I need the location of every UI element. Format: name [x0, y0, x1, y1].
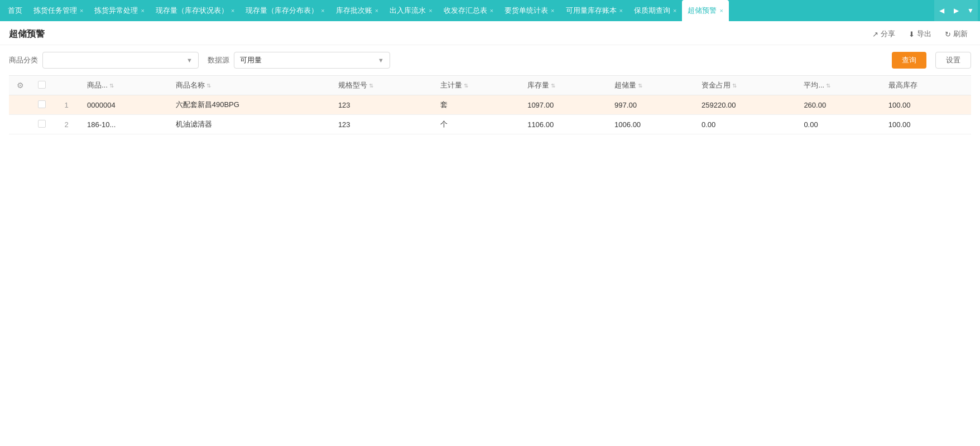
nav-close-overstock-warning[interactable]: × [719, 7, 723, 14]
nav-close-inventory-status[interactable]: × [231, 7, 234, 14]
row-unit-1: 个 [434, 115, 521, 134]
row-capital-0: 259220.00 [695, 95, 797, 115]
row-product-code-1: 186-10... [80, 115, 169, 134]
row-num-1: 2 [52, 115, 80, 134]
category-dropdown-arrow: ▼ [186, 57, 193, 64]
category-label: 商品分类 [9, 55, 38, 65]
nav-left-arrow[interactable]: ◀ [934, 0, 949, 21]
nav-item-inventory-dist[interactable]: 现存量（库存分布表）× [240, 0, 330, 21]
nav-close-exception-process[interactable]: × [141, 7, 144, 14]
nav-close-task-mgmt[interactable]: × [80, 7, 83, 14]
datasource-value: 可用量 [240, 55, 262, 65]
nav-close-batch-account[interactable]: × [375, 7, 378, 14]
nav-item-overstock-warning[interactable]: 超储预警× [682, 0, 728, 21]
col-header-avg[interactable]: 平均...⇅ [797, 76, 881, 95]
nav-item-batch-account[interactable]: 库存批次账× [330, 0, 384, 21]
category-filter-group: 商品分类 ▼ [9, 52, 199, 69]
row-spec-0: 123 [332, 95, 434, 115]
nav-item-available-stock[interactable]: 可用量库存账本× [560, 0, 628, 21]
row-overstock-0: 997.00 [608, 95, 695, 115]
row-max-stock-0: 100.00 [882, 95, 971, 115]
col-header-settings[interactable]: ⚙ [9, 76, 31, 95]
export-button[interactable]: ⬇ 导出 [905, 28, 935, 40]
row-checkbox-0[interactable] [38, 100, 46, 108]
share-button[interactable]: ↗ 分享 [869, 28, 899, 40]
sort-icon-unit: ⇅ [464, 83, 468, 89]
col-header-check[interactable] [31, 76, 52, 95]
refresh-icon: ↻ [945, 30, 951, 38]
header-actions: ↗ 分享 ⬇ 导出 ↻ 刷新 [869, 28, 971, 40]
row-avg-1: 0.00 [797, 115, 881, 134]
nav-close-quality-check[interactable]: × [673, 7, 676, 14]
nav-item-inout-flow[interactable]: 出入库流水× [384, 0, 438, 21]
sort-icon-overstock: ⇅ [638, 83, 642, 89]
refresh-button[interactable]: ↻ 刷新 [941, 28, 971, 40]
row-spec-1: 123 [332, 115, 434, 134]
row-product-name-0: 六配套新昌490BPG [169, 95, 332, 115]
table-header-row: ⚙ 商品...⇅ 商品名称⇅ 规格型号⇅ [9, 76, 971, 95]
nav-item-task-mgmt[interactable]: 拣货任务管理× [28, 0, 89, 21]
col-header-unit[interactable]: 主计量⇅ [434, 76, 521, 95]
nav-close-inout-flow[interactable]: × [429, 7, 432, 14]
col-header-spec[interactable]: 规格型号⇅ [332, 76, 434, 95]
nav-more-arrow[interactable]: ▼ [963, 0, 978, 21]
share-icon: ↗ [872, 30, 878, 38]
main-content: 超储预警 ↗ 分享 ⬇ 导出 ↻ 刷新 商品分类 ▼ 数据源 [0, 21, 980, 446]
datasource-filter-group: 数据源 可用量 ▼ [208, 52, 390, 69]
page-title: 超储预警 [9, 28, 45, 40]
settings-button[interactable]: 设置 [935, 52, 971, 69]
filter-bar: 商品分类 ▼ 数据源 可用量 ▼ 查询 设置 [0, 45, 980, 75]
col-header-product-code[interactable]: 商品...⇅ [80, 76, 169, 95]
col-header-num [52, 76, 80, 95]
nav-item-collect-summary[interactable]: 收发存汇总表× [438, 0, 499, 21]
sort-icon-avg: ⇅ [826, 83, 830, 89]
nav-item-quality-check[interactable]: 保质期查询× [628, 0, 682, 21]
row-num-0: 1 [52, 95, 80, 115]
datasource-dropdown-arrow: ▼ [378, 57, 384, 64]
row-avg-0: 260.00 [797, 95, 881, 115]
col-header-capital[interactable]: 资金占用⇅ [695, 76, 797, 95]
nav-close-collect-summary[interactable]: × [490, 7, 493, 14]
sort-icon-code: ⇅ [109, 83, 114, 89]
datasource-select[interactable]: 可用量 ▼ [234, 52, 390, 69]
sort-icon-name: ⇅ [206, 83, 211, 89]
sort-icon-stock: ⇅ [551, 83, 555, 89]
nav-close-available-stock[interactable]: × [619, 7, 623, 14]
row-unit-0: 套 [434, 95, 521, 115]
col-header-stock[interactable]: 库存量⇅ [521, 76, 608, 95]
row-settings-0 [9, 95, 31, 115]
row-max-stock-1: 100.00 [882, 115, 971, 134]
sort-icon-spec: ⇅ [369, 83, 373, 89]
row-stock-1: 1106.00 [521, 115, 608, 134]
row-checkbox-1[interactable] [38, 120, 46, 128]
category-select[interactable]: ▼ [42, 52, 199, 69]
row-check-1[interactable] [31, 115, 52, 134]
row-product-code-0: 0000004 [80, 95, 169, 115]
nav-bar: 首页拣货任务管理×拣货异常处理×现存量（库存状况表）×现存量（库存分布表）×库存… [0, 0, 980, 21]
datasource-label: 数据源 [208, 55, 229, 65]
export-icon: ⬇ [909, 30, 915, 38]
data-table: ⚙ 商品...⇅ 商品名称⇅ 规格型号⇅ [9, 75, 971, 134]
col-header-max-stock: 最高库存 [882, 76, 971, 95]
settings-gear-icon[interactable]: ⚙ [17, 81, 24, 90]
query-button[interactable]: 查询 [892, 52, 926, 69]
row-check-0[interactable] [31, 95, 52, 115]
row-capital-1: 0.00 [695, 115, 797, 134]
nav-item-order-stats[interactable]: 要货单统计表× [499, 0, 560, 21]
row-settings-1 [9, 115, 31, 134]
nav-right-arrow[interactable]: ▶ [949, 0, 963, 21]
nav-item-exception-process[interactable]: 拣货异常处理× [89, 0, 150, 21]
nav-close-inventory-dist[interactable]: × [321, 7, 324, 14]
nav-item-home[interactable]: 首页 [2, 0, 28, 21]
nav-item-inventory-status[interactable]: 现存量（库存状况表）× [150, 0, 240, 21]
page-header: 超储预警 ↗ 分享 ⬇ 导出 ↻ 刷新 [0, 21, 980, 45]
nav-close-order-stats[interactable]: × [551, 7, 554, 14]
row-stock-0: 1097.00 [521, 95, 608, 115]
table-container: ⚙ 商品...⇅ 商品名称⇅ 规格型号⇅ [0, 75, 980, 134]
table-row: 2 186-10... 机油滤清器 123 个 1106.00 1006.00 … [9, 115, 971, 134]
col-header-product-name[interactable]: 商品名称⇅ [169, 76, 332, 95]
table-row: 1 0000004 六配套新昌490BPG 123 套 1097.00 997.… [9, 95, 971, 115]
col-header-overstock[interactable]: 超储量⇅ [608, 76, 695, 95]
header-checkbox[interactable] [38, 81, 46, 89]
sort-icon-capital: ⇅ [732, 83, 737, 89]
